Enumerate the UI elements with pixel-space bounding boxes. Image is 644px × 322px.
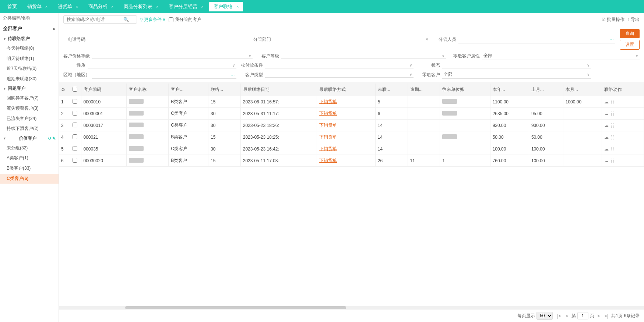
- sidebar-item-class-b[interactable]: B类客户(33): [0, 163, 59, 174]
- row-actions-3[interactable]: ☁ ⣿: [602, 131, 644, 143]
- main-search-box[interactable]: 🔍: [63, 15, 137, 24]
- sidebar-item-overdue-pending[interactable]: 逾期未联络(30): [0, 74, 59, 84]
- contact-icon-0[interactable]: ☁: [604, 99, 609, 105]
- sidebar-item-today-pending[interactable]: 今天待联络(0): [0, 43, 59, 54]
- close-product-list-icon[interactable]: ×: [156, 4, 158, 9]
- contact-icon-4[interactable]: ☁: [604, 146, 609, 152]
- filter-dept-select[interactable]: ∨: [273, 36, 430, 42]
- row-actions-1[interactable]: ☁ ⣿: [602, 108, 644, 120]
- sidebar-item-class-c[interactable]: C类客户(6): [0, 174, 59, 184]
- contact-icon-3[interactable]: ☁: [604, 135, 609, 140]
- row-last-method-2[interactable]: 下销货单: [317, 120, 376, 131]
- row-actions-4[interactable]: ☁ ⣿: [602, 143, 644, 155]
- last-method-link-0[interactable]: 下销货单: [319, 99, 337, 104]
- row-select-checkbox-2[interactable]: [73, 123, 77, 127]
- close-customer-tier-icon[interactable]: ×: [201, 4, 203, 9]
- row-select-checkbox-3[interactable]: [73, 134, 77, 139]
- scrollbar-thumb[interactable]: [125, 306, 346, 309]
- more-icon-2[interactable]: ⣿: [611, 123, 614, 128]
- row-last-method-4[interactable]: 下销货单: [317, 143, 376, 155]
- setting-button[interactable]: 设置: [620, 40, 640, 50]
- last-page-btn[interactable]: >|: [603, 312, 610, 319]
- last-method-link-5[interactable]: 下销货单: [319, 158, 337, 163]
- sidebar-group-problem[interactable]: 问题客户: [0, 84, 59, 93]
- collapse-sidebar-icon[interactable]: «: [53, 26, 56, 32]
- more-icon-4[interactable]: ⣿: [611, 146, 614, 152]
- row-select-checkbox-5[interactable]: [73, 158, 77, 163]
- filter-payment-select[interactable]: ∨: [265, 63, 414, 68]
- row-last-method-0[interactable]: 下销货单: [317, 96, 376, 108]
- my-customers-checkbox[interactable]: [169, 17, 173, 22]
- contact-icon-2[interactable]: ☁: [604, 123, 609, 128]
- row-checkbox-4[interactable]: [70, 143, 81, 155]
- next-page-btn[interactable]: >: [596, 312, 602, 319]
- sidebar-item-tomorrow-pending[interactable]: 明天待联络(1): [0, 54, 59, 64]
- nav-purchase-order[interactable]: 进货单 ×: [53, 2, 82, 11]
- filter-retail-customer-select[interactable]: 全部 ∨: [442, 71, 591, 79]
- last-method-link-2[interactable]: 下销货单: [319, 123, 337, 128]
- manager-dots-icon[interactable]: ···: [609, 36, 614, 42]
- sidebar-item-repurchase-abnormal[interactable]: 回购异常客户(2): [0, 93, 59, 103]
- filter-status-select[interactable]: ∨: [442, 63, 591, 68]
- row-select-checkbox-1[interactable]: [73, 111, 77, 116]
- row-select-checkbox-4[interactable]: [73, 146, 77, 151]
- main-search-icon[interactable]: 🔍: [123, 17, 129, 22]
- my-customers-checkbox-label[interactable]: 我分管的客户: [169, 17, 201, 23]
- more-icon-5[interactable]: ⣿: [611, 158, 614, 163]
- more-icon-1[interactable]: ⣿: [611, 111, 614, 116]
- first-page-btn[interactable]: |<: [556, 312, 563, 319]
- page-number-input[interactable]: [577, 312, 588, 319]
- more-icon-3[interactable]: ⣿: [611, 135, 614, 140]
- row-last-method-1[interactable]: 下销货单: [317, 108, 376, 120]
- nav-product-analysis-list[interactable]: 商品分析列表 ×: [119, 2, 163, 11]
- sidebar-item-declining[interactable]: 持续下滑客户(2): [0, 124, 59, 134]
- contact-icon-5[interactable]: ☁: [604, 158, 609, 163]
- sidebar-item-7day-pending[interactable]: 近7天待联络(0): [0, 64, 59, 74]
- sidebar-item-churn-warning[interactable]: 流失预警客户(3): [0, 103, 59, 114]
- sidebar-group-value-icons[interactable]: ↺ ✎: [48, 136, 56, 141]
- region-dots-icon[interactable]: ···: [230, 72, 235, 78]
- filter-phone-input[interactable]: [88, 36, 244, 43]
- row-checkbox-5[interactable]: [70, 155, 81, 167]
- filter-customer-level-select[interactable]: ∨: [281, 53, 446, 59]
- filter-region-input[interactable]: ···: [92, 71, 236, 79]
- filter-value-level-select[interactable]: ∨: [92, 53, 253, 59]
- sidebar-group-value[interactable]: 价值客户 ↺ ✎: [0, 134, 59, 143]
- sidebar-group-pending[interactable]: 待联络客户: [0, 34, 59, 43]
- sidebar-item-ungrouped[interactable]: 未分组(32): [0, 143, 59, 153]
- gear-icon[interactable]: ⚙: [61, 87, 65, 92]
- sidebar-item-churned[interactable]: 已流失客户(24): [0, 114, 59, 124]
- nav-sales-order[interactable]: 销货单 ×: [23, 2, 52, 11]
- last-method-link-3[interactable]: 下销货单: [319, 134, 337, 139]
- col-gear[interactable]: ⚙: [59, 84, 70, 96]
- page-size-select[interactable]: 50: [536, 312, 553, 320]
- sidebar-item-class-a[interactable]: A类客户(1): [0, 153, 59, 163]
- main-search-input[interactable]: [67, 17, 122, 22]
- close-purchase-order-icon[interactable]: ×: [76, 4, 78, 9]
- all-customers-title[interactable]: 全部客户 «: [0, 23, 59, 34]
- close-customer-contact-icon[interactable]: ×: [236, 4, 239, 9]
- nav-customer-contact[interactable]: 客户联络 ×: [209, 2, 243, 11]
- query-button[interactable]: 查询: [620, 29, 640, 38]
- row-last-method-5[interactable]: 下销货单: [317, 155, 376, 167]
- last-method-link-4[interactable]: 下销货单: [319, 146, 337, 151]
- filter-manager-input[interactable]: ···: [458, 36, 615, 43]
- close-product-analysis-icon[interactable]: ×: [111, 4, 113, 9]
- more-icon-0[interactable]: ⣿: [611, 99, 614, 105]
- nav-customer-tier[interactable]: 客户分层经营 ×: [164, 2, 208, 11]
- export-btn[interactable]: ↑ 导出: [627, 17, 640, 23]
- batch-operation-btn[interactable]: ☑ 批量操作: [602, 17, 624, 23]
- contact-icon-1[interactable]: ☁: [604, 111, 609, 116]
- select-all-checkbox[interactable]: [73, 87, 77, 92]
- row-checkbox-3[interactable]: [70, 131, 81, 143]
- sidebar-search-input[interactable]: [3, 15, 58, 21]
- nav-home[interactable]: 首页: [3, 2, 21, 11]
- filter-gender-select[interactable]: ∨: [88, 63, 236, 68]
- row-checkbox-0[interactable]: [70, 96, 81, 108]
- filter-customer-type-select[interactable]: ∨: [265, 72, 414, 78]
- nav-product-analysis[interactable]: 商品分析 ×: [84, 2, 118, 11]
- row-last-method-3[interactable]: 下销货单: [317, 131, 376, 143]
- last-method-link-1[interactable]: 下销货单: [319, 111, 337, 116]
- close-sales-order-icon[interactable]: ×: [45, 4, 47, 9]
- row-actions-5[interactable]: ☁ ⣿: [602, 155, 644, 167]
